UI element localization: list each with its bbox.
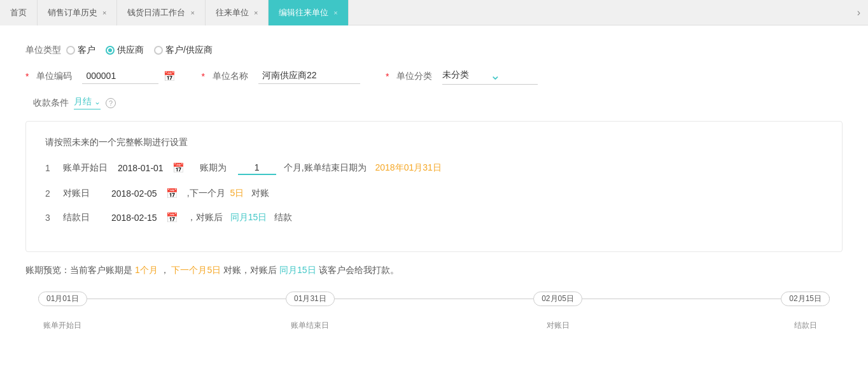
period-suffix2-2: 对账: [251, 188, 269, 199]
period-middle-2: ,下一个月: [187, 188, 225, 199]
unit-code-required: *: [25, 71, 29, 81]
period-label-3: 结款日: [63, 212, 101, 223]
period-num-3: 3: [45, 213, 58, 223]
period-calendar-icon-2[interactable]: 📅: [166, 188, 178, 199]
payment-terms-arrow-icon: ⌄: [94, 97, 101, 106]
unit-name-required: *: [201, 71, 204, 81]
period-highlight2-3: 同月15日: [230, 212, 267, 223]
tab-sales-history[interactable]: 销售订单历史 ×: [38, 0, 117, 25]
unit-code-calendar-icon[interactable]: 📅: [164, 71, 176, 82]
preview-part3-end: 该客户会给我打款。: [319, 265, 399, 275]
period-date-3: 2018-02-15: [111, 213, 157, 223]
timeline-badge-3: 02月05日: [533, 292, 582, 306]
unit-category-label: 单位分类: [396, 71, 432, 82]
main-content: 单位类型 客户 供应商 客户/供应商 * 单位编码 📅 * 单位名称: [0, 25, 868, 387]
period-calendar-icon-1[interactable]: 📅: [172, 162, 185, 174]
preview-text: 账期预览：当前客户账期是 1个月 ， 下一个月5日 对账，对账后 同月15日 该…: [25, 265, 843, 276]
payment-terms-dropdown[interactable]: 月结 ⌄: [74, 96, 101, 109]
period-suffix-1: 账期为: [200, 162, 227, 174]
period-calendar-icon-3[interactable]: 📅: [166, 212, 178, 223]
unit-category-dropdown[interactable]: 未分类 ⌄: [442, 67, 538, 85]
period-title: 请按照未来的一个完整帐期进行设置: [45, 137, 823, 148]
unit-code-input[interactable]: [82, 68, 158, 84]
timeline-badge-2: 01月31日: [286, 292, 335, 306]
period-date-2: 2018-02-05: [111, 188, 157, 199]
timeline-label-4: 结款日: [794, 320, 817, 331]
unit-info-row: * 单位编码 📅 * 单位名称 * 单位分类 未分类 ⌄: [25, 67, 843, 85]
timeline-label-3: 对账日: [547, 320, 570, 331]
radio-customer-circle: [66, 46, 75, 55]
preview-label: 账期预览：当前客户账期是: [25, 265, 132, 275]
period-num-2: 2: [45, 188, 58, 199]
timeline-item-4: 02月15日 结款日: [781, 292, 830, 331]
period-box: 请按照未来的一个完整帐期进行设置 1 账单开始日 2018-01-01 📅 账期…: [25, 121, 843, 252]
unit-category-arrow-icon: ⌄: [490, 67, 538, 83]
tab-expand-button[interactable]: ›: [850, 7, 868, 18]
period-label-2: 对账日: [63, 188, 101, 199]
unit-category-value: 未分类: [442, 69, 490, 81]
timeline-label-1: 账单开始日: [43, 320, 81, 331]
period-num-1: 1: [45, 163, 58, 173]
unit-category-group: * 单位分类 未分类 ⌄: [386, 67, 538, 85]
tab-partner-units-close[interactable]: ×: [254, 9, 258, 17]
period-row-3: 3 结款日 2018-02-15 📅 ，对账后 同月15日 结款: [45, 212, 823, 223]
unit-category-required: *: [386, 71, 389, 81]
unit-name-label: 单位名称: [213, 71, 248, 82]
radio-customer[interactable]: 客户: [66, 45, 95, 56]
tab-bar: 首页 销售订单历史 × 钱货日清工作台 × 往来单位 × 编辑往来单位 × ›: [0, 0, 868, 25]
unit-code-label: 单位编码: [36, 71, 72, 82]
radio-supplier-circle: [106, 46, 115, 55]
period-prefix-3: ，对账后: [187, 212, 223, 223]
unit-code-group: * 单位编码 📅: [25, 68, 176, 84]
period-input-1[interactable]: [238, 161, 276, 175]
timeline-label-2: 账单结束日: [291, 320, 329, 331]
tab-edit-partner[interactable]: 编辑往来单位 ×: [269, 0, 348, 25]
period-row-1: 1 账单开始日 2018-01-01 📅 账期为 个月,账单结束日期为 2018…: [45, 161, 823, 175]
payment-terms-value: 月结: [74, 96, 92, 108]
timeline-section: 01月01日 账单开始日 01月31日 账单结束日 02月05日 对账日: [25, 292, 843, 331]
period-date-1: 2018-01-01: [118, 163, 164, 173]
timeline-item-2: 01月31日 账单结束日: [286, 292, 335, 331]
preview-part2: 下一个月5日: [171, 265, 221, 275]
tab-sales-history-close[interactable]: ×: [102, 9, 106, 17]
preview-part2-sep: 对账，对账后: [223, 265, 277, 275]
period-suffix3-3: 结款: [274, 212, 292, 223]
tab-partner-units[interactable]: 往来单位 ×: [206, 0, 269, 25]
payment-terms-label: 收款条件: [33, 97, 69, 109]
period-label-1: 账单开始日: [63, 162, 108, 174]
tab-edit-partner-close[interactable]: ×: [333, 9, 337, 17]
timeline-items: 01月01日 账单开始日 01月31日 账单结束日 02月05日 对账日: [38, 292, 830, 331]
unit-type-row: 单位类型 客户 供应商 客户/供应商: [25, 45, 843, 56]
timeline-badge-4: 02月15日: [781, 292, 830, 306]
period-highlight-1: 2018年01月31日: [375, 162, 442, 174]
period-row-2: 2 对账日 2018-02-05 📅 ,下一个月 5日 对账: [45, 188, 823, 199]
tab-home[interactable]: 首页: [0, 0, 38, 25]
unit-name-group: * 单位名称: [201, 68, 360, 84]
period-input-suffix-1: 个月,账单结束日期为: [284, 162, 367, 174]
unit-type-label: 单位类型: [25, 45, 61, 56]
radio-customer-supplier-circle: [154, 46, 163, 55]
period-highlight1-2: 5日: [230, 188, 244, 199]
tab-cashier-workbench-close[interactable]: ×: [190, 9, 194, 17]
unit-type-radio-group: 客户 供应商 客户/供应商: [66, 45, 213, 56]
preview-part3: 同月15日: [279, 265, 316, 275]
tab-cashier-workbench[interactable]: 钱货日清工作台 ×: [117, 0, 205, 25]
payment-terms-row: 收款条件 月结 ⌄ ?: [25, 96, 843, 109]
timeline-item-1: 01月01日 账单开始日: [38, 292, 87, 331]
payment-terms-help-icon[interactable]: ?: [106, 98, 116, 108]
unit-name-input[interactable]: [258, 68, 360, 84]
preview-part1-sep: ，: [160, 265, 169, 275]
preview-part1: 1个月: [135, 265, 158, 275]
timeline-item-3: 02月05日 对账日: [533, 292, 582, 331]
timeline-badge-1: 01月01日: [38, 292, 87, 306]
radio-customer-supplier[interactable]: 客户/供应商: [154, 45, 213, 56]
radio-supplier[interactable]: 供应商: [106, 45, 144, 56]
